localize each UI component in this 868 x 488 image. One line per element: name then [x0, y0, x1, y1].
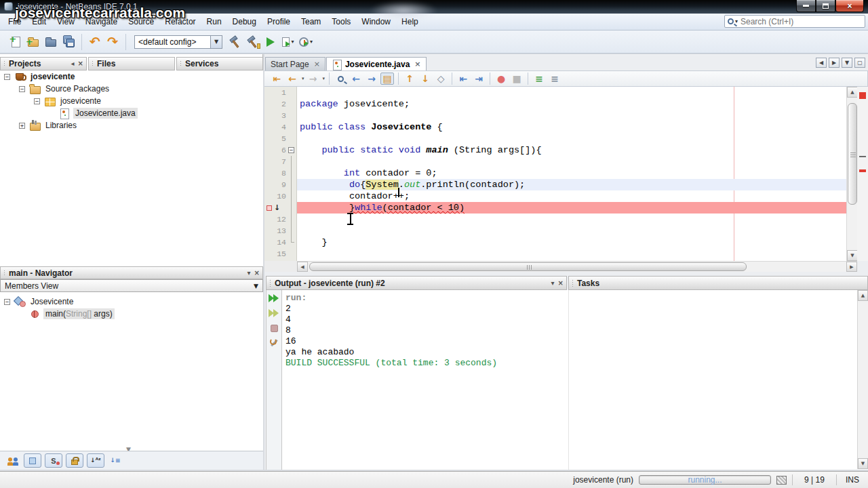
last-edit-icon[interactable]: ⇤: [270, 73, 283, 85]
code-text[interactable]: [297, 156, 846, 167]
scroll-down-icon[interactable]: ▼: [858, 458, 868, 469]
code-line[interactable]: 2package josevicente;: [264, 98, 846, 110]
show-non-public-button[interactable]: [66, 453, 83, 468]
code-text[interactable]: [297, 133, 846, 144]
tree-expander-icon[interactable]: −: [4, 299, 10, 305]
show-inherited-members-icon[interactable]: [5, 453, 20, 468]
shift-right-icon[interactable]: ⇥: [472, 73, 486, 85]
profile-button[interactable]: ▾: [298, 34, 314, 50]
minimize-panel-icon[interactable]: ▾: [248, 270, 251, 277]
output-header[interactable]: Output - josevicente (run) #2 ▾ ×: [266, 276, 567, 290]
fold-margin[interactable]: [288, 225, 297, 237]
navigator-item[interactable]: main(String[] args): [0, 308, 263, 320]
show-static-members-button[interactable]: S: [45, 453, 62, 468]
code-line[interactable]: 8 int contador = 0;: [264, 167, 846, 179]
code-text[interactable]: do{System.out.println(contador);: [297, 179, 846, 190]
menu-item-profile[interactable]: Profile: [262, 15, 296, 28]
tree-item-josevicente[interactable]: −josevicente: [0, 95, 263, 107]
code-line[interactable]: 9 do{System.out.println(contador);: [264, 179, 846, 190]
open-project-button[interactable]: [43, 34, 59, 50]
close-tab-icon[interactable]: ×: [414, 60, 420, 68]
undo-button[interactable]: ↶: [87, 34, 103, 50]
tab-list-icon[interactable]: ▼: [842, 58, 852, 68]
scroll-up-icon[interactable]: ▲: [858, 290, 868, 301]
toggle-bookmark-icon[interactable]: ◇: [434, 73, 448, 85]
code-text[interactable]: [297, 225, 846, 237]
tree-item-source-packages[interactable]: −Source Packages: [0, 83, 263, 95]
tree-item-libraries[interactable]: +Libraries: [0, 119, 263, 131]
code-text[interactable]: [297, 110, 846, 121]
code-text[interactable]: [297, 214, 846, 225]
code-text[interactable]: }while(contador < 10): [297, 202, 846, 214]
config-dropdown-icon[interactable]: ▼: [210, 36, 222, 48]
fold-margin[interactable]: [288, 133, 297, 144]
shift-left-icon[interactable]: ⇤: [456, 73, 470, 85]
code-line[interactable]: 7: [264, 156, 846, 167]
menu-item-tools[interactable]: Tools: [326, 15, 356, 28]
comment-icon[interactable]: ≡: [532, 73, 546, 85]
code-line[interactable]: 14 }: [264, 237, 846, 248]
redo-button[interactable]: ↷: [104, 34, 121, 50]
maximize-button[interactable]: [816, 0, 835, 12]
close-button[interactable]: ×: [835, 0, 864, 12]
fold-margin[interactable]: [288, 121, 297, 133]
code-line[interactable]: ↓ }while(contador < 10): [264, 202, 846, 214]
tree-expander-icon[interactable]: −: [34, 98, 40, 104]
tab-projects[interactable]: Projects ◂ ×: [0, 57, 87, 70]
config-combobox[interactable]: <default config> ▼: [134, 35, 222, 49]
scroll-tabs-left-icon[interactable]: ◀: [816, 58, 827, 68]
uncomment-icon[interactable]: ≡: [548, 73, 561, 85]
navigator-view-selector[interactable]: Members View ▼: [0, 279, 263, 292]
build-button[interactable]: [227, 34, 243, 50]
scrollbar-thumb[interactable]: [309, 262, 747, 271]
settings-wrench-icon[interactable]: [267, 336, 281, 350]
new-project-button[interactable]: +: [25, 34, 41, 50]
code-text[interactable]: int contador = 0;: [297, 167, 846, 179]
editor-horizontal-scrollbar[interactable]: ◀ ▶: [297, 261, 857, 272]
code-line[interactable]: 13: [264, 225, 846, 237]
scroll-up-icon[interactable]: ▲: [847, 87, 858, 98]
dock-icon[interactable]: ◂: [71, 60, 75, 67]
back-icon[interactable]: ←: [285, 73, 299, 85]
find-next-icon[interactable]: →: [365, 73, 378, 85]
navigator-header[interactable]: main - Navigator ▾ ×: [0, 266, 263, 279]
previous-bookmark-icon[interactable]: ↑: [403, 73, 416, 85]
find-previous-icon[interactable]: ←: [349, 73, 363, 85]
scroll-down-icon[interactable]: ▼: [847, 250, 858, 261]
sort-by-source-button[interactable]: ↓≡: [108, 453, 123, 468]
tree-expander-icon[interactable]: −: [4, 74, 10, 80]
minimize-panel-icon[interactable]: ▾: [551, 280, 555, 287]
code-line[interactable]: 4public class Josevicente {: [264, 121, 846, 133]
scroll-tabs-right-icon[interactable]: ▶: [829, 58, 840, 68]
code-line[interactable]: 15: [264, 248, 846, 260]
toggle-highlight-icon[interactable]: ▤: [380, 73, 394, 85]
quick-search[interactable]: ▾: [724, 15, 865, 28]
fold-margin[interactable]: [288, 179, 297, 190]
code-text[interactable]: contador++;: [297, 190, 846, 202]
output-console[interactable]: run:24816ya he acabadoBUILD SUCCESSFUL (…: [285, 293, 566, 369]
code-text[interactable]: }: [297, 260, 846, 261]
debug-button[interactable]: ▾: [280, 34, 296, 50]
code-line[interactable]: 10 contador++;: [264, 190, 846, 202]
find-icon[interactable]: [334, 73, 347, 85]
clean-build-button[interactable]: [245, 34, 261, 50]
fold-margin[interactable]: [288, 202, 297, 214]
rerun-alt-button[interactable]: [267, 306, 281, 320]
code-line[interactable]: 3: [264, 110, 846, 121]
new-file-button[interactable]: +: [7, 34, 24, 50]
save-all-button[interactable]: [60, 34, 77, 50]
search-input[interactable]: [741, 17, 862, 26]
code-line[interactable]: 16}: [264, 260, 846, 261]
tab-services[interactable]: Services: [176, 57, 263, 70]
code-text[interactable]: public class Josevicente {: [297, 121, 846, 133]
code-text[interactable]: }: [297, 237, 846, 248]
code-text[interactable]: package josevicente;: [297, 98, 846, 110]
tree-item-josevicente[interactable]: −josevicente: [0, 70, 263, 83]
fold-margin[interactable]: [288, 248, 297, 260]
menu-item-team[interactable]: Team: [296, 15, 326, 28]
code-line[interactable]: 6− public static void main (String args[…: [264, 144, 846, 156]
stop-macro-icon[interactable]: ■: [510, 73, 524, 85]
fold-margin[interactable]: −: [288, 144, 297, 156]
sort-alphabetically-button[interactable]: ↓ᴬᶻ: [87, 453, 104, 468]
minimize-button[interactable]: [796, 0, 816, 12]
